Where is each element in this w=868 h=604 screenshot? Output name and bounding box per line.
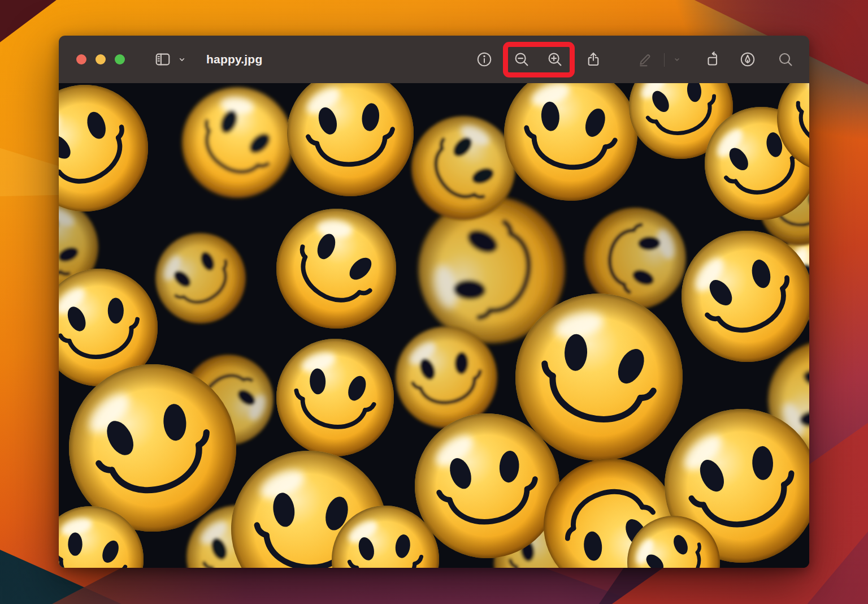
sidebar-toggle-button[interactable] xyxy=(154,51,171,68)
image-canvas[interactable] xyxy=(59,83,809,568)
info-button[interactable] xyxy=(476,51,493,68)
markup-options-chevron-icon[interactable] xyxy=(671,51,683,68)
markup-pencil-button[interactable] xyxy=(637,51,654,68)
window-title: happy.jpg xyxy=(206,36,262,83)
minimize-button[interactable] xyxy=(96,54,106,64)
rotate-left-button[interactable] xyxy=(705,51,722,68)
happy-jpg-image xyxy=(59,83,809,568)
zoom-window-button[interactable] xyxy=(115,54,125,64)
preview-window: happy.jpg xyxy=(59,36,809,568)
share-button[interactable] xyxy=(585,51,602,68)
sidebar-chevron-down-icon[interactable] xyxy=(176,51,188,68)
markup-tools-button[interactable] xyxy=(739,51,756,68)
window-titlebar[interactable]: happy.jpg xyxy=(59,36,809,84)
search-button[interactable] xyxy=(777,51,794,68)
close-button[interactable] xyxy=(76,54,86,64)
annotation-highlight-box xyxy=(503,42,575,77)
toolbar-separator xyxy=(664,53,665,67)
desktop-wallpaper: happy.jpg xyxy=(0,0,868,604)
